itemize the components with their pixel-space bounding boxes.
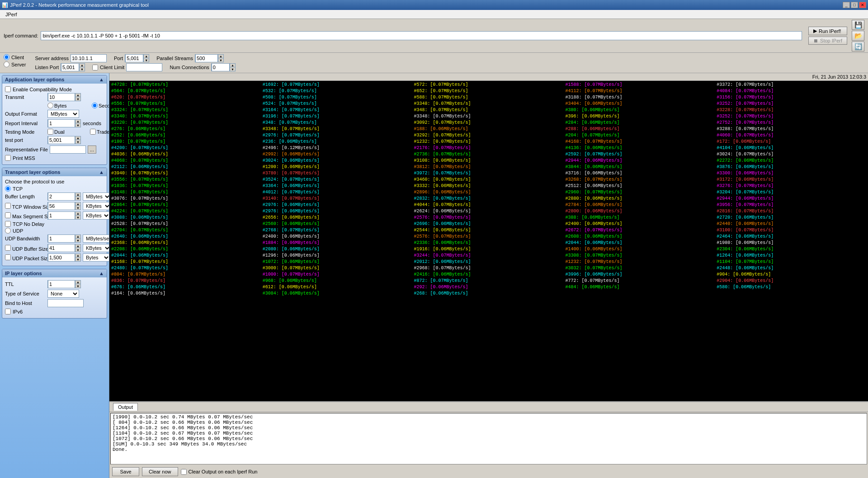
close-btn[interactable]: ✕ [859, 2, 866, 8]
port-up[interactable]: ▲ [143, 55, 149, 58]
stream-item: #268: [0.06MBytes/s] [414, 291, 564, 297]
test-port-spinner[interactable]: ▲ ▼ [47, 136, 81, 144]
udp-buffer-unit[interactable]: KBytes MBytes [83, 244, 109, 252]
compat-mode-check[interactable] [5, 86, 11, 92]
udp-packet-unit[interactable]: Bytes KBytes [83, 253, 109, 262]
test-port-up[interactable]: ▲ [75, 136, 80, 140]
listen-port-down[interactable]: ▼ [79, 67, 85, 71]
client-radio[interactable] [4, 54, 9, 60]
transport-layer-section: Transport layer options ▲ Choose the pro… [2, 168, 107, 266]
stop-iperf-btn[interactable]: ⏹ Stop IPerf [808, 37, 847, 45]
udp-packet-check[interactable] [5, 254, 11, 260]
tcp-nodelay-check[interactable] [5, 221, 11, 227]
num-conn-down[interactable]: ▼ [230, 67, 235, 71]
max-seg-up[interactable]: ▲ [75, 212, 80, 216]
num-conn-spinner[interactable]: ▲ ▼ [211, 63, 236, 71]
run-iperf-btn[interactable]: ▶ Run IPerf! [808, 27, 847, 35]
transmit-up[interactable]: ▲ [75, 94, 80, 97]
stream-display[interactable]: #4728: [0.07MBytes/s]#1692: [0.07MBytes/… [109, 81, 868, 401]
ip-layer-header[interactable]: IP layer options ▲ [2, 269, 107, 277]
command-input[interactable] [41, 31, 802, 40]
udp-bandwidth-unit[interactable]: MBytes/sec KBytes/sec [83, 234, 109, 243]
max-seg-down[interactable]: ▼ [75, 216, 80, 219]
output-content[interactable]: [1990] 0.0-10.2 sec 0.74 MBytes 0.07 MBy… [110, 413, 867, 464]
parallel-down[interactable]: ▼ [218, 58, 223, 62]
ipv6-check[interactable] [5, 309, 11, 314]
transmit-down[interactable]: ▼ [75, 97, 80, 101]
content-area: Application layer options ▲ Enable Compa… [0, 73, 868, 478]
test-port-down[interactable]: ▼ [75, 140, 80, 144]
tcp-win-down[interactable]: ▼ [75, 206, 80, 210]
ttl-spinner[interactable]: ▲ ▼ [47, 280, 81, 288]
seconds-radio[interactable] [92, 103, 98, 108]
menu-bar: JPerf [0, 10, 868, 19]
stream-item: #1884: [0.06MBytes/s] [263, 240, 412, 246]
menu-jperf[interactable]: JPerf [2, 11, 21, 18]
buffer-length-unit[interactable]: MBytes KBytes [83, 192, 109, 201]
clear-on-run-check[interactable] [181, 469, 187, 475]
save-config-btn[interactable]: 💾 [852, 20, 864, 30]
udp-buffer-check[interactable] [5, 245, 11, 251]
udp-pkt-up[interactable]: ▲ [75, 254, 80, 258]
report-interval-down[interactable]: ▼ [75, 123, 80, 127]
client-limit-input[interactable] [126, 63, 162, 71]
server-radio[interactable] [4, 61, 9, 67]
print-mss-check[interactable] [5, 155, 11, 161]
transmit-spinner[interactable]: ▲ ▼ [47, 93, 81, 101]
bytes-radio[interactable] [47, 103, 53, 108]
udp-pkt-spinner[interactable]: ▲ ▼ [47, 253, 81, 262]
dual-check[interactable] [47, 129, 53, 135]
stream-item: #3716: [0.06MBytes/s] [565, 170, 715, 177]
trade-check[interactable] [90, 129, 96, 135]
udp-bw-down[interactable]: ▼ [75, 239, 80, 242]
clear-now-btn[interactable]: Clear now [142, 467, 178, 476]
udp-buf-spinner[interactable]: ▲ ▼ [47, 244, 81, 252]
tos-select[interactable]: None Minimize-Delay Maximize-Throughput [47, 290, 79, 298]
port-spinner[interactable]: ▲ ▼ [125, 54, 149, 62]
output-tab-label[interactable]: Output [113, 403, 138, 411]
buf-up[interactable]: ▲ [75, 193, 80, 197]
ttl-up[interactable]: ▲ [75, 281, 80, 284]
tcp-window-spinner[interactable]: ▲ ▼ [47, 202, 81, 210]
minimize-btn[interactable]: _ [843, 2, 850, 8]
buf-down[interactable]: ▼ [75, 197, 80, 200]
refresh-btn[interactable]: 🔄 [852, 42, 864, 52]
command-area: Iperf command: ▶ Run IPerf! ⏹ Stop IPerf… [0, 19, 868, 53]
server-addr-input[interactable] [71, 54, 107, 62]
buffer-length-spinner[interactable]: ▲ ▼ [47, 192, 81, 201]
listen-port-spinner[interactable]: ▲ ▼ [61, 63, 85, 71]
port-down[interactable]: ▼ [143, 58, 149, 62]
rep-file-input[interactable] [50, 145, 86, 154]
app-layer-header[interactable]: Application layer options ▲ [2, 75, 107, 84]
rep-file-browse-btn[interactable]: ... [88, 145, 96, 154]
tcp-window-check[interactable] [5, 203, 11, 209]
max-segment-check[interactable] [5, 212, 11, 218]
client-limit-check[interactable] [92, 65, 98, 70]
udp-pkt-down[interactable]: ▼ [75, 258, 80, 261]
udp-buf-down[interactable]: ▼ [75, 248, 80, 252]
parallel-streams-spinner[interactable]: ▲ ▼ [195, 54, 224, 62]
options-row-1: Server address Port ▲ ▼ Parallel Streams [35, 54, 235, 62]
tcp-win-up[interactable]: ▲ [75, 202, 80, 206]
max-segment-unit[interactable]: KBytes Bytes [83, 211, 109, 220]
transport-layer-header[interactable]: Transport layer options ▲ [2, 168, 107, 176]
num-conn-up[interactable]: ▲ [230, 64, 235, 67]
save-output-btn[interactable]: Save [112, 467, 139, 476]
output-format-select[interactable]: MBytes KBytes GBytes [47, 110, 79, 118]
report-interval-up[interactable]: ▲ [75, 120, 80, 123]
bind-host-input[interactable] [47, 299, 84, 307]
tcp-radio[interactable] [5, 186, 11, 192]
tcp-window-unit[interactable]: KBytes MBytes [83, 202, 109, 210]
udp-radio[interactable] [5, 228, 11, 234]
listen-port-up[interactable]: ▲ [79, 64, 85, 67]
ttl-down[interactable]: ▼ [75, 284, 80, 288]
load-config-btn[interactable]: 📂 [852, 31, 864, 41]
parallel-up[interactable]: ▲ [218, 55, 223, 58]
udp-buf-up[interactable]: ▲ [75, 244, 80, 248]
report-interval-spinner[interactable]: ▲ ▼ [47, 119, 81, 127]
max-seg-spinner[interactable]: ▲ ▼ [47, 211, 81, 220]
maximize-btn[interactable]: □ [851, 2, 858, 8]
udp-bw-up[interactable]: ▲ [75, 235, 80, 239]
stream-item: #1168: [0.07MBytes/s] [111, 259, 261, 265]
udp-bw-spinner[interactable]: ▲ ▼ [47, 234, 81, 243]
